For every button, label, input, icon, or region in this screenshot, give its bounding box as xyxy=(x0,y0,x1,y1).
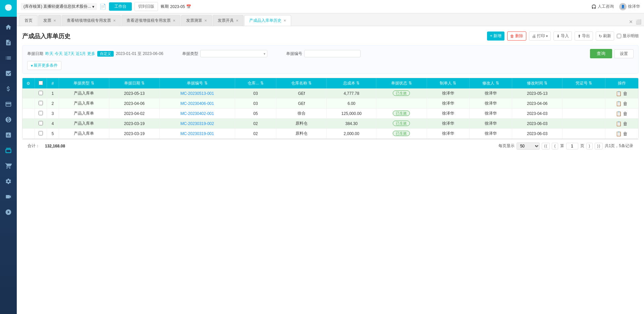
print-button[interactable]: 🖨 打印 ▾ xyxy=(529,32,551,41)
sidebar-item-video[interactable] xyxy=(0,189,17,204)
tab-maximize-area: ✕ ⬜ xyxy=(629,19,644,26)
user-profile[interactable]: 👤 徐泽华 xyxy=(619,3,640,10)
tab-calc[interactable]: 发票测算 ✕ xyxy=(181,15,212,26)
sidebar-item-tax[interactable] xyxy=(0,81,17,97)
row-checkbox-4[interactable] xyxy=(39,131,43,135)
export-icon: ⬆ xyxy=(578,34,581,39)
set-button[interactable]: 设置 xyxy=(614,49,634,58)
app-logo[interactable] xyxy=(0,0,17,17)
edit-icon-3[interactable]: 📋 xyxy=(616,121,622,126)
tab-home[interactable]: 首页 xyxy=(19,15,38,26)
th-status[interactable]: 单据状态 ⇅ xyxy=(376,78,427,88)
sidebar-item-salary[interactable] xyxy=(0,112,17,127)
switch-old-button[interactable]: 切到旧版 xyxy=(135,2,158,11)
first-page-btn[interactable]: ⟨⟨ xyxy=(542,143,550,149)
th-date[interactable]: 单据日期 ⇅ xyxy=(109,78,159,88)
th-creator[interactable]: 制单人 ⇅ xyxy=(427,78,469,88)
tab-sales-vat[interactable]: 查看销项增值税专用发票 ✕ xyxy=(62,15,121,26)
calendar-icon[interactable]: 📅 xyxy=(186,4,191,9)
delete-icon-1[interactable]: 🗑 xyxy=(623,101,628,106)
tab-purchase-vat-close[interactable]: ✕ xyxy=(173,19,175,22)
th-type[interactable]: 单据类型 ⇅ xyxy=(59,78,109,88)
tab-invoice[interactable]: 发票 ✕ xyxy=(38,15,61,26)
row-checkbox-0[interactable] xyxy=(39,91,43,95)
company-selector[interactable]: (库存核算) 直播轻捷通信息技术股份... ▾ xyxy=(21,3,97,10)
help-btn[interactable]: 🎧 人工咨询 xyxy=(591,4,614,9)
edit-icon-1[interactable]: 📋 xyxy=(616,101,622,106)
export-button[interactable]: ⬆ 导出 xyxy=(575,32,593,41)
sidebar-item-home[interactable] xyxy=(0,19,17,35)
tab-product-history-close[interactable]: ✕ xyxy=(283,19,286,22)
new-button[interactable]: + 新增 xyxy=(487,32,504,41)
edit-icon-0[interactable]: 📋 xyxy=(616,91,622,96)
th-modifier[interactable]: 修改人 ⇅ xyxy=(469,78,512,88)
th-total-cost[interactable]: 总成本 ⇅ xyxy=(327,78,376,88)
tab-sales-vat-close[interactable]: ✕ xyxy=(113,19,116,22)
sidebar-item-setting[interactable] xyxy=(0,174,17,189)
sidebar-item-analysis[interactable] xyxy=(0,66,17,81)
tab-invoice-close[interactable]: ✕ xyxy=(53,19,56,22)
delete-icon-3[interactable]: 🗑 xyxy=(623,121,628,126)
last-page-btn[interactable]: ⟩⟩ xyxy=(595,143,603,149)
delete-icon-0[interactable]: 🗑 xyxy=(623,91,628,96)
filter-number-input[interactable] xyxy=(304,50,361,57)
import-button[interactable]: ⬇ 导入 xyxy=(553,32,572,41)
th-warehouse-name[interactable]: 仓库名称 ⇅ xyxy=(276,78,327,88)
th-modify-time[interactable]: 修改时间 ⇅ xyxy=(512,78,562,88)
tab-calc-close[interactable]: ✕ xyxy=(204,19,207,22)
doc-icon[interactable]: 📄 xyxy=(100,3,106,10)
maximize-window-btn[interactable]: ⬜ xyxy=(636,19,641,24)
sidebar-item-voucher[interactable] xyxy=(0,97,17,112)
company-dropdown-icon: ▾ xyxy=(92,4,94,9)
sidebar-item-version[interactable] xyxy=(0,204,17,220)
tab-purchase-vat[interactable]: 查看进项增值税专用发票 ✕ xyxy=(121,15,180,26)
delete-button[interactable]: 🗑 删除 xyxy=(507,32,526,41)
th-voucher[interactable]: 凭证号 ⇅ xyxy=(562,78,605,88)
filter-custom-btn[interactable]: 自定义 xyxy=(97,51,114,57)
edit-icon-2[interactable]: 📋 xyxy=(616,111,622,116)
doc-number-link-2[interactable]: MC-20230402-001 xyxy=(180,111,214,116)
doc-number-link-1[interactable]: MC-20230406-001 xyxy=(180,101,214,106)
row-checkbox-3[interactable] xyxy=(39,121,43,125)
th-number[interactable]: 单据编号 ⇅ xyxy=(160,78,235,88)
sidebar-item-doc[interactable] xyxy=(0,35,17,50)
select-all-checkbox[interactable] xyxy=(39,81,43,85)
prev-page-btn[interactable]: ⟨ xyxy=(552,143,558,149)
filter-link-today[interactable]: 今天 xyxy=(55,51,63,57)
query-button[interactable]: 查询 xyxy=(590,49,612,58)
doc-number-link-3[interactable]: MC-20230319-002 xyxy=(180,121,214,126)
row-checkbox-2[interactable] xyxy=(39,111,43,115)
filter-type-select[interactable]: 产品入库单 xyxy=(200,50,267,57)
action-btns-2: 📋 🗑 xyxy=(608,111,636,116)
sidebar-item-inventory[interactable] xyxy=(0,143,17,158)
tab-open[interactable]: 发票开具 ✕ xyxy=(213,15,244,26)
filter-link-1month[interactable]: 近1月 xyxy=(76,51,86,57)
row-checkbox-1[interactable] xyxy=(39,101,43,105)
sidebar-item-chart[interactable] xyxy=(0,50,17,66)
sidebar-item-asset[interactable] xyxy=(0,127,17,143)
next-page-btn[interactable]: ⟩ xyxy=(586,143,593,149)
close-window-btn[interactable]: ✕ xyxy=(629,19,633,24)
workbench-button[interactable]: 工作台 xyxy=(109,2,132,11)
th-settings[interactable]: ⚙ xyxy=(22,78,35,88)
edit-icon-4[interactable]: 📋 xyxy=(616,131,622,136)
tab-product-history[interactable]: 产成品入库单历史 ✕ xyxy=(244,15,291,26)
show-detail-checkbox[interactable] xyxy=(617,34,621,38)
delete-icon-2[interactable]: 🗑 xyxy=(623,111,628,116)
tab-open-close[interactable]: ✕ xyxy=(236,19,238,22)
filter-link-yesterday[interactable]: 昨天 xyxy=(45,51,53,57)
filter-link-7days[interactable]: 近7天 xyxy=(64,51,74,57)
expand-filter-button[interactable]: ▾ 展开更多条件 xyxy=(27,61,61,70)
sidebar-item-purchase[interactable] xyxy=(0,158,17,174)
filter-link-more[interactable]: 更多 xyxy=(87,51,95,57)
doc-number-link-4[interactable]: MC-20230319-001 xyxy=(180,131,214,136)
show-detail-checkbox-label[interactable]: 显示明细 xyxy=(617,33,639,39)
refresh-button[interactable]: ↻ 刷新 xyxy=(596,32,614,41)
th-voucher-sortable: 凭证号 ⇅ xyxy=(576,80,592,86)
page-size-select[interactable]: 50 100 200 xyxy=(517,142,540,150)
doc-number-link-0[interactable]: MC-20230513-001 xyxy=(180,91,214,96)
page-number-input[interactable] xyxy=(566,143,578,149)
th-warehouse-code[interactable]: 仓库... ⇅ xyxy=(235,78,276,88)
tab-invoice-label: 发票 xyxy=(43,18,51,23)
delete-icon-4[interactable]: 🗑 xyxy=(623,131,628,136)
